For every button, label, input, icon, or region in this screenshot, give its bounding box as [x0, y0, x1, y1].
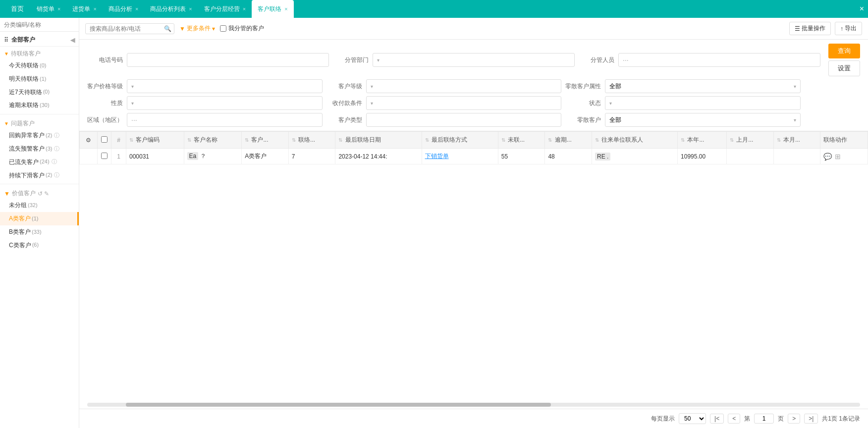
value-group-icons: ↺ ✎ [38, 190, 49, 197]
sort-icon-last-date: ⇅ [338, 137, 342, 143]
col-last-contact-date[interactable]: ⇅ 最后联络日期 [335, 132, 422, 149]
batch-op-button[interactable]: ☰ 批量操作 [789, 22, 831, 35]
sidebar-search-bar: 🔍 [0, 18, 79, 32]
col-uncontacted[interactable]: ⇅ 未联... [498, 132, 545, 149]
my-customers-filter[interactable]: 我分管的客户 [220, 24, 264, 33]
scrollbar-thumb[interactable] [126, 403, 551, 407]
sidebar-item-a-class[interactable]: A类客户 (1) [0, 212, 79, 225]
filter-input-retail-customer[interactable]: 全部 ▾ [605, 113, 801, 127]
row-checkbox[interactable] [98, 149, 111, 164]
nav-tab-close-1[interactable]: × [93, 6, 96, 12]
search-icon[interactable]: 🔍 [164, 25, 171, 32]
filter-label-phone: 电话号码 [87, 56, 127, 64]
nav-tab-close-5[interactable]: × [284, 6, 287, 12]
more-filters-button[interactable]: ▼ 更多条件 ▾ [179, 24, 215, 33]
filter-icon: ▼ [179, 25, 185, 32]
sidebar-item-today[interactable]: 今天待联络 (0) [0, 59, 79, 72]
search-input[interactable] [90, 25, 164, 32]
collapse-icon[interactable]: ◀ [70, 37, 75, 44]
chat-icon[interactable]: 💬 [823, 153, 832, 160]
sidebar-item-ungroup[interactable]: 未分组 (32) [0, 199, 79, 212]
close-all-tabs-button[interactable]: × [860, 4, 864, 13]
row-actions: 💬 ⊞ [820, 149, 868, 164]
sidebar-item-abnormal[interactable]: 回购异常客户 (2) ⓘ [0, 129, 79, 142]
group-label-1: 问题客户 [11, 119, 35, 128]
filter-field-retail-attr: 零散客户属性 全部 ▾ [565, 79, 801, 93]
nav-tab-0[interactable]: 销货单 × [31, 0, 66, 18]
col-last-month[interactable]: ⇅ 上月... [726, 132, 773, 149]
sidebar-item-b-class[interactable]: B类客户 (33) [0, 225, 79, 239]
nav-tab-close-4[interactable]: × [243, 6, 246, 12]
sort-icon-last-method: ⇅ [425, 137, 429, 143]
col-contact[interactable]: ⇅ 联络... [288, 132, 335, 149]
nature-arrow: ▾ [131, 101, 134, 106]
filter-input-region[interactable]: ··· [127, 113, 323, 127]
filter-input-person[interactable]: ··· [618, 53, 820, 67]
sidebar-item-c-class[interactable]: C类客户 (6) [0, 239, 79, 252]
filter-field-payment: 收付款条件 ▾ [326, 96, 562, 110]
page-size-select[interactable]: 50 100 200 [679, 413, 706, 424]
nav-tab-close-2[interactable]: × [135, 6, 138, 12]
filter-label-nature: 性质 [87, 99, 127, 107]
nav-tab-1[interactable]: 进货单 × [66, 0, 102, 18]
col-this-year[interactable]: ⇅ 本年... [678, 132, 727, 149]
col-last-contact-method[interactable]: ⇅ 最后联络方式 [422, 132, 498, 149]
col-type-label: 客户... [251, 136, 268, 143]
sort-icon-code: ⇅ [129, 137, 133, 143]
prev-page-button[interactable]: < [728, 414, 740, 424]
adv-filter-row-2: 客户价格等级 ▾ 客户等级 ▾ 零散客户属性 全部 ▾ [87, 79, 860, 93]
nav-tab-3[interactable]: 商品分析列表 × [144, 0, 198, 18]
col-type[interactable]: ⇅ 客户... [242, 132, 289, 149]
qr-icon[interactable]: ⊞ [835, 153, 841, 160]
sidebar-all-customers[interactable]: ⠿ 全部客户 ◀ [0, 32, 79, 47]
my-customers-checkbox[interactable] [220, 25, 226, 32]
next-page-button[interactable]: > [788, 414, 800, 424]
col-overdue[interactable]: ⇅ 逾期... [545, 132, 592, 149]
filter-input-payment[interactable]: ▾ [366, 96, 562, 110]
info-icon-1[interactable]: ⓘ [54, 145, 59, 153]
sidebar-item-churn-warn[interactable]: 流失预警客户 (3) ⓘ [0, 142, 79, 156]
person-dots: ··· [623, 56, 629, 64]
sidebar-item-declining[interactable]: 持续下滑客户 (2) ⓘ [0, 169, 79, 182]
sidebar-item-tomorrow[interactable]: 明天待联络 (1) [0, 72, 79, 86]
horizontal-scrollbar[interactable] [79, 401, 868, 409]
sort-icon-uncontacted: ⇅ [501, 137, 505, 143]
info-icon-3[interactable]: ⓘ [54, 171, 59, 179]
col-name[interactable]: ⇅ 客户名称 [184, 132, 242, 149]
filter-input-price-level[interactable]: ▾ [127, 79, 323, 93]
sidebar-item-churned[interactable]: 已流失客户 (24) ⓘ [0, 156, 79, 169]
page-number-input[interactable]: 1 [754, 414, 774, 424]
col-this-month[interactable]: ⇅ 本月... [773, 132, 820, 149]
filter-input-status[interactable]: ▾ [605, 96, 801, 110]
sidebar-search-input[interactable] [4, 21, 78, 28]
col-code[interactable]: ⇅ 客户编码 [126, 132, 184, 149]
row-select-checkbox[interactable] [101, 153, 108, 159]
info-icon-2[interactable]: ⓘ [52, 158, 57, 165]
row-last-method[interactable]: 下销货单 [422, 149, 498, 164]
filter-input-phone[interactable] [127, 53, 329, 67]
nav-tab-4[interactable]: 客户分层经营 × [198, 0, 252, 18]
nav-tab-close-3[interactable]: × [189, 6, 192, 12]
info-icon-0[interactable]: ⓘ [54, 132, 59, 139]
last-page-button[interactable]: >| [804, 414, 818, 424]
export-button[interactable]: ↑ 导出 [835, 22, 862, 35]
col-settings[interactable]: ⚙ [80, 132, 98, 149]
nav-tab-5[interactable]: 客户联络 × [252, 0, 293, 18]
filter-input-customer-level[interactable]: ▾ [366, 79, 562, 93]
first-page-button[interactable]: |< [710, 414, 724, 424]
query-button[interactable]: 查询 [828, 44, 860, 58]
col-unit-contact[interactable]: ⇅ 往来单位联系人 [592, 132, 678, 149]
col-checkbox[interactable] [98, 132, 111, 149]
filter-input-dept[interactable]: ▾ [373, 53, 575, 67]
nav-tab-2[interactable]: 商品分析 × [103, 0, 144, 18]
sidebar-item-7days[interactable]: 近7天待联络 (0) [0, 86, 79, 99]
last-method-link[interactable]: 下销货单 [425, 153, 449, 160]
nav-tab-close-0[interactable]: × [57, 6, 60, 12]
filter-input-customer-type[interactable] [366, 113, 562, 127]
sidebar-item-overdue[interactable]: 逾期未联络 (30) [0, 99, 79, 112]
filter-input-retail-attr[interactable]: 全部 ▾ [605, 79, 801, 93]
setting-button[interactable]: 设置 [828, 60, 860, 76]
nav-home[interactable]: 首页 [4, 0, 31, 18]
filter-input-nature[interactable]: ▾ [127, 96, 323, 110]
select-all-checkbox[interactable] [101, 136, 108, 143]
